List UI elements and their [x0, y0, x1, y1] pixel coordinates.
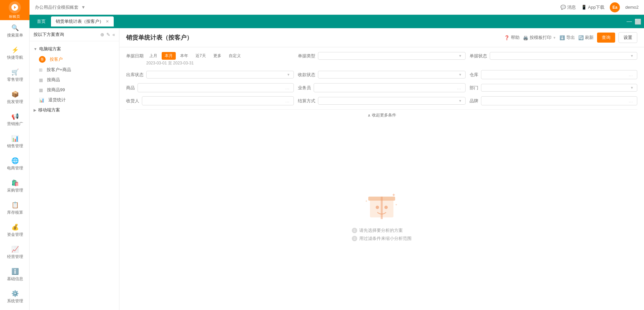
refresh-icon: 🔄 [578, 35, 584, 40]
sidebar-item-retail[interactable]: 🛒 零售管理 [0, 64, 29, 87]
date-tab-more[interactable]: 更多 [210, 52, 224, 60]
date-tab-this-year[interactable]: 本年 [177, 52, 191, 60]
date-tab-last-month[interactable]: 上月 [146, 52, 160, 60]
sidebar-item-ecommerce[interactable]: 🌐 电商管理 [0, 153, 29, 175]
message-button[interactable]: 💬 消息 [560, 4, 576, 10]
returns-label: 退货统计 [48, 97, 66, 103]
settlement-select[interactable]: ▼ [318, 97, 466, 105]
tree-desktop-section[interactable]: ▼ 电脑端方案 [30, 44, 119, 54]
svg-text:✦: ✦ [395, 203, 397, 206]
mobile-expand-icon: ▶ [34, 108, 36, 112]
sidebar-item-inventory[interactable]: 📋 库存核算 [0, 197, 29, 219]
edit-scheme-button[interactable]: ✎ [106, 32, 110, 37]
date-tab-this-month[interactable]: 本月 [162, 52, 176, 60]
tree-item-by-customer[interactable]: 客 按客户 [30, 54, 119, 65]
purchase-icon: 🛍️ [11, 179, 19, 187]
warehouse-select[interactable]: … [481, 70, 637, 79]
help-button[interactable]: ❓ 帮助 [504, 35, 520, 41]
close-tab-icon[interactable]: ✕ [106, 19, 109, 24]
date-tab-7days[interactable]: 近7天 [193, 52, 209, 60]
empty-tip-1: ① 请先选择要分析的方案 [352, 227, 412, 234]
out-status-select[interactable]: ▼ [146, 71, 294, 79]
ecommerce-icon: 🌐 [11, 157, 19, 164]
tab-sales-stat[interactable]: 销货单统计表（按客户） ✕ [51, 16, 114, 27]
tree-item-by-goods[interactable]: ▦ 按商品 [30, 75, 119, 85]
salesperson-select[interactable]: … [314, 83, 466, 92]
svg-text:✦: ✦ [365, 199, 368, 203]
header-left: 办公用品行业模拟账套 ▼ [35, 4, 86, 10]
minimize-button[interactable]: — [627, 18, 632, 25]
inventory-icon: 📋 [11, 201, 19, 209]
doc-type-select[interactable]: ▼ [318, 52, 466, 60]
tree-mobile-section[interactable]: ▶ 移动端方案 [30, 105, 119, 115]
svg-rect-2 [381, 197, 383, 219]
template-print-button[interactable]: 🖨️ 按模板打印 ▼ [523, 35, 556, 41]
settlement-cell: 结算方式 ▼ [298, 97, 466, 105]
collapse-panel-button[interactable]: « [112, 32, 115, 37]
user-name[interactable]: demo2 [625, 5, 639, 10]
collapse-button[interactable]: ∧ 收起更多条件 [368, 112, 396, 118]
add-scheme-button[interactable]: ⊕ [100, 32, 104, 37]
logo-text: 标账页 [9, 14, 20, 19]
top-header: 办公用品行业模拟账套 ▼ 💬 消息 📱 App下载 Ea demo2 [30, 0, 644, 15]
tab-home[interactable]: 首页 [32, 16, 50, 27]
page-header: 销货单统计表（按客户） ❓ 帮助 🖨️ 按模板打印 ▼ ⬇️ 导出 [119, 28, 644, 47]
user-avatar[interactable]: Ea [610, 2, 620, 12]
finance-icon: 💰 [11, 223, 19, 231]
department-select[interactable]: ▼ [481, 84, 637, 92]
date-range-display: 2023-03-01 至 2023-03-31 [126, 60, 637, 66]
sidebar-item-system[interactable]: ⚙️ 系统管理 [0, 286, 29, 308]
payment-status-chevron: ▼ [459, 73, 462, 76]
sidebar-item-finance[interactable]: 💰 资金管理 [0, 219, 29, 242]
maximize-button[interactable]: ⬜ [635, 18, 641, 25]
recipient-select[interactable]: … [142, 96, 294, 105]
tip-text-1: 请先选择要分析的方案 [359, 227, 403, 234]
refresh-button[interactable]: 🔄 刷新 [578, 35, 594, 41]
brand-select[interactable]: … [481, 96, 637, 105]
tree-item-by-goods-99[interactable]: ▦ 按商品99 [30, 85, 119, 95]
logo-icon [9, 1, 21, 13]
payment-status-select[interactable]: ▼ [318, 71, 466, 79]
sidebar-item-enterprise[interactable]: 🤝 企业协同 [0, 308, 29, 310]
export-icon: ⬇️ [559, 35, 565, 40]
tree-item-by-customer-goods[interactable]: ⊞ 按客户+商品 [30, 65, 119, 75]
sales-stat-tab-label: 销货单统计表（按客户） [56, 18, 104, 24]
page-actions: ❓ 帮助 🖨️ 按模板打印 ▼ ⬇️ 导出 🔄 刷新 [504, 32, 637, 43]
sidebar-item-purchase[interactable]: 🛍️ 采购管理 [0, 175, 29, 197]
goods-select[interactable]: … [138, 83, 294, 92]
sidebar-item-operations[interactable]: 📈 经营管理 [0, 242, 29, 264]
recipient-dots: … [285, 98, 290, 103]
sidebar-item-quick-nav[interactable]: ⚡ 快捷导航 [0, 42, 29, 64]
doc-status-select[interactable]: ▼ [490, 52, 637, 60]
date-tab-custom[interactable]: 自定义 [226, 52, 244, 60]
warehouse-label: 仓库 [470, 72, 478, 78]
out-status-cell: 出库状态 ▼ [126, 71, 294, 79]
empty-illustration: ✦ ✦ ✦ [362, 187, 402, 221]
brand-cell: 品牌 … [470, 96, 637, 105]
industry-chevron[interactable]: ▼ [81, 5, 86, 10]
export-button[interactable]: ⬇️ 导出 [559, 35, 575, 41]
tree-item-returns[interactable]: 📊 退货统计 [30, 95, 119, 105]
app-download-button[interactable]: 📱 App下载 [581, 4, 604, 10]
query-button[interactable]: 查询 [597, 33, 615, 43]
marketing-icon: 📢 [11, 113, 19, 120]
date-filter-label: 单据日期 [126, 53, 144, 59]
brand-label: 品牌 [470, 98, 478, 104]
sidebar-item-search[interactable]: 🔍 搜索菜单 [0, 20, 29, 42]
tab-bar: 首页 销货单统计表（按客户） ✕ — ⬜ [30, 15, 644, 28]
filter-section: 单据日期 上月 本月 本年 近7天 更多 自定义 单据类型 [119, 47, 644, 121]
quick-nav-icon: ⚡ [11, 46, 19, 54]
basic-icon: ℹ️ [11, 268, 19, 275]
settings-button[interactable]: 设置 [619, 32, 637, 43]
sidebar-item-marketing[interactable]: 📢 营销推广 [0, 109, 29, 131]
sidebar-item-wholesale[interactable]: 📦 批发管理 [0, 87, 29, 109]
sidebar-item-basic[interactable]: ℹ️ 基础信息 [0, 264, 29, 286]
desktop-expand-icon: ▼ [34, 47, 37, 51]
home-tab-label: 首页 [37, 18, 46, 24]
empty-state: ✦ ✦ ✦ ① 请先选择要分析的方案 ② 用过滤条件来缩小分析范围 [119, 121, 644, 310]
left-panel-actions: ⊕ ✎ « [100, 32, 115, 37]
logo: 标账页 [0, 0, 30, 20]
app-download-label: App下载 [588, 4, 604, 10]
sidebar-item-sales[interactable]: 📊 销售管理 [0, 131, 29, 153]
empty-tips: ① 请先选择要分析的方案 ② 用过滤条件来缩小分析范围 [352, 227, 412, 244]
